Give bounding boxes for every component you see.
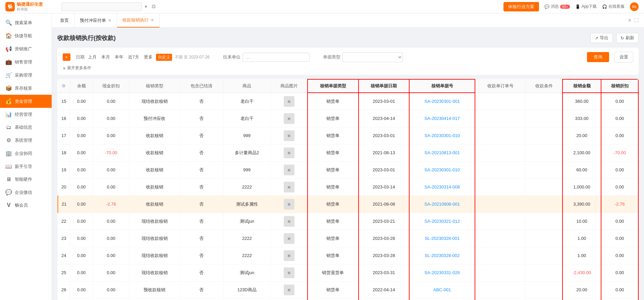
cell-cancel-doc-no[interactable]: SA-20230301-010 — [409, 161, 475, 178]
export-icon: ↗ — [595, 36, 598, 41]
doctype-select[interactable] — [342, 52, 403, 62]
search-dropdown-icon[interactable]: ▼ — [144, 4, 148, 9]
sidebar-item-marketing[interactable]: 📢 营销推广 — [0, 42, 52, 55]
cell-cancel-type: 收款核销 — [129, 144, 180, 161]
tab-close-all-icon[interactable]: ✕ — [628, 18, 632, 23]
user-avatar[interactable]: Rit — [630, 2, 639, 11]
party-input[interactable]: ... — [243, 53, 310, 62]
table-row: 17 0.00 0.00 收款核销 否 999 ▣ 销货单 2023-03-01… — [58, 127, 639, 144]
industry-solution-button[interactable]: 休验行业方案 — [503, 2, 539, 11]
doc-no-link[interactable]: SL-20230328-001 — [425, 236, 460, 241]
cell-cancel-doc-date: 2023-04-14 — [359, 110, 410, 127]
th-cancel-discount: 核销折扣 — [601, 79, 638, 93]
cell-receipt-terms — [526, 127, 562, 144]
th-cash-discount: 现金折扣 — [93, 79, 129, 93]
app-download-action[interactable]: 📱 App下载 — [575, 4, 597, 9]
settings-icon[interactable]: ⚙ — [151, 3, 156, 10]
sidebar-label-vip: 畅会员 — [15, 202, 28, 208]
table-settings-icon[interactable]: ⚙ — [62, 83, 66, 88]
doc-no-link[interactable]: SA-20230321-012 — [424, 219, 460, 224]
service-icon: 🎧 — [602, 4, 607, 9]
date-link-lastmonth[interactable]: 上月 — [87, 53, 98, 61]
cell-receipt-terms — [526, 93, 562, 110]
cell-cancel-type: 现结收款核销 — [129, 230, 180, 247]
cell-cancel-doc-no[interactable]: SL-20230408-001 — [409, 298, 475, 300]
export-button[interactable]: ↗ 导出 — [590, 33, 613, 43]
cell-receipt-terms — [526, 298, 562, 300]
cell-cancel-doc-no[interactable]: SA-20230301-001 — [409, 93, 475, 110]
sidebar-item-enterprise[interactable]: 🏢 企业协同 — [0, 147, 52, 160]
cell-cancel-discount: 0.00 — [601, 161, 638, 178]
cell-cancel-doc-no[interactable]: SA-20210813-001 — [409, 144, 475, 161]
refresh-icon: ↻ — [621, 36, 624, 41]
date-link-thisyear[interactable]: 本年 — [113, 53, 125, 61]
doc-no-link[interactable]: SA-20230301-010 — [424, 167, 460, 172]
cell-cancel-doc-type: 销货单 — [308, 161, 359, 178]
doc-no-link[interactable]: SA-20230414-017 — [424, 116, 460, 121]
doc-no-link[interactable]: SA-20210808-001 — [424, 202, 460, 207]
sidebar-item-system[interactable]: ⚙ 系统管理 — [0, 134, 52, 147]
sidebar-item-finance[interactable]: 💰 资金管理 — [0, 95, 52, 108]
tab-receipt-cancel[interactable]: 收款核销执行 ✕ — [117, 13, 160, 28]
tab-receipt-cancel-close[interactable]: ✕ — [151, 18, 154, 23]
date-link-custom[interactable]: 自定义 — [156, 54, 172, 61]
date-link-thismonth[interactable]: 本月 — [100, 53, 111, 61]
doc-no-link[interactable]: SA-20230331-026 — [424, 270, 460, 275]
cell-cancel-doc-no[interactable]: ABC-001 — [409, 281, 475, 298]
sidebar-item-business[interactable]: 📊 经营管理 — [0, 108, 52, 121]
sidebar-item-inventory[interactable]: 📦 库存核算 — [0, 82, 52, 95]
online-service-action[interactable]: 🎧 在线客服 — [602, 4, 625, 9]
cell-id: 20 — [58, 178, 70, 196]
setting-button[interactable]: 设置 — [614, 52, 633, 62]
cell-cancel-doc-no[interactable]: SA-20230331-026 — [409, 264, 475, 281]
cell-cancel-doc-no[interactable]: SA-20230321-012 — [409, 213, 475, 230]
cell-cash-discount: 0.00 — [93, 264, 129, 281]
table-row: 20 0.00 0.00 收款核销 否 2222 ▣ 销货单 2023-03-1… — [58, 178, 639, 196]
cell-cancel-doc-date: 2021-08-13 — [359, 144, 410, 161]
th-receipt-order-no: 收款单订单号 — [475, 79, 526, 93]
tab-expand-icon[interactable]: ⛶ — [634, 18, 639, 23]
th-balance: 余额 — [70, 79, 93, 93]
cell-cancel-doc-no[interactable]: SL-20230328-001 — [409, 230, 475, 247]
tab-prepay[interactable]: 预付冲应付单 ✕ — [74, 13, 117, 28]
sidebar-item-sales[interactable]: 💼 销售管理 — [0, 55, 52, 69]
cell-receipt-terms — [526, 230, 562, 247]
date-link-more[interactable]: 更多 — [143, 53, 154, 61]
cell-cancel-amount: 333.00 — [562, 110, 601, 127]
query-button[interactable]: 查询 — [587, 52, 609, 62]
doc-no-link[interactable]: SA-20230301-010 — [424, 133, 460, 138]
message-action[interactable]: 💬 消息 99+ — [544, 4, 570, 9]
cell-receipt-terms — [526, 264, 562, 281]
cell-cancel-doc-no[interactable]: SA-20230414-017 — [409, 110, 475, 127]
doc-no-link[interactable]: ABC-001 — [433, 287, 451, 292]
doc-no-link[interactable]: SA-20230301-001 — [424, 99, 460, 104]
cell-cancel-doc-no[interactable]: SA-20210808-001 — [409, 196, 475, 213]
party-filter: 往来单位 ... — [223, 53, 310, 62]
cell-cancel-doc-type: 销货退货单 — [308, 264, 359, 281]
sidebar-item-vip[interactable]: V 畅会员 — [0, 199, 52, 212]
sidebar-item-quick-nav[interactable]: 🏠 快捷导航 — [0, 29, 52, 42]
message-badge: 99+ — [560, 5, 570, 9]
collapse-arrow-button[interactable]: » — [63, 53, 70, 61]
cell-cancel-doc-no[interactable]: SL-20230328-002 — [409, 247, 475, 264]
sidebar-item-basicinfo[interactable]: 🗂 基础信息 — [0, 121, 52, 134]
sidebar-label-purchase: 采购管理 — [15, 72, 32, 78]
tab-prepay-close[interactable]: ✕ — [108, 18, 111, 23]
top-search-input[interactable] — [61, 2, 142, 11]
table-row: 24 0.00 0.00 现结收款核销 否 2222 ▣ 销货单 2023-03… — [58, 247, 639, 264]
sidebar-item-search-menu[interactable]: 🔍 搜索菜单 — [0, 16, 52, 29]
cell-cancel-doc-no[interactable]: SA-20230314-008 — [409, 178, 475, 196]
doc-no-link[interactable]: SA-20210813-001 — [424, 150, 460, 155]
doc-no-link[interactable]: SL-20230328-002 — [425, 253, 460, 258]
cell-cancel-amount: -2,430.00 — [562, 264, 601, 281]
tab-home[interactable]: 首页 — [55, 13, 74, 28]
doc-no-link[interactable]: SA-20230314-008 — [424, 184, 460, 189]
date-link-7days[interactable]: 近7天 — [127, 53, 141, 61]
sidebar-item-purchase[interactable]: 🛒 采购管理 — [0, 69, 52, 82]
sidebar-item-wechat[interactable]: 💬 企业微信 — [0, 186, 52, 199]
expand-more-button[interactable]: ∨ 展开更多条件 — [63, 65, 633, 71]
sidebar-item-smarthw[interactable]: 🖥 智能硬件 — [0, 173, 52, 186]
refresh-button[interactable]: ↻ 刷新 — [616, 33, 639, 43]
sidebar-item-newbie[interactable]: 📖 新手引导 — [0, 160, 52, 173]
cell-cancel-doc-no[interactable]: SA-20230301-010 — [409, 127, 475, 144]
